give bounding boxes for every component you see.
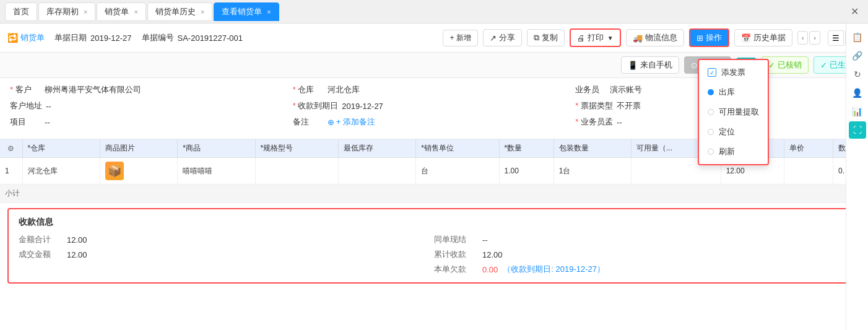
- history-button[interactable]: 📅 历史单据: [734, 29, 792, 46]
- col-price: 单价: [784, 139, 833, 158]
- warehouse-label: 仓库: [293, 84, 324, 95]
- same-order-value: --: [482, 235, 488, 245]
- refresh-item[interactable]: 刷新: [699, 142, 768, 162]
- radio-refresh-icon: [708, 149, 714, 155]
- address-label: 客户地址: [10, 100, 42, 111]
- project-field: 项目 --: [10, 116, 293, 128]
- nav-arrows: ‹ ›: [797, 31, 820, 45]
- customer-label: 客户: [10, 84, 41, 95]
- accumulated-row: 累计收款 12.00: [434, 249, 849, 260]
- same-order-label: 同单现结: [434, 234, 477, 245]
- transaction-value: 12.00: [67, 250, 87, 259]
- plus-icon: ⊕: [328, 118, 334, 127]
- cell-price: [784, 158, 833, 185]
- project-label: 项目: [10, 116, 41, 128]
- effect-check-icon: ✓: [820, 61, 827, 70]
- tab-view-sales[interactable]: 查看销货单 ×: [214, 2, 279, 21]
- radio-locate-icon: [708, 129, 714, 135]
- sidebar-refresh-icon[interactable]: ↻: [849, 66, 866, 83]
- new-button[interactable]: + 新增: [443, 30, 477, 46]
- balance-row: 本单欠款 0.00 （收款到期日: 2019-12-27）: [434, 264, 849, 275]
- doc-icon: 🔁: [7, 33, 18, 43]
- available-extract-item[interactable]: 可用量提取: [699, 102, 768, 122]
- add-invoice-item[interactable]: ✓ 添发票: [699, 63, 768, 82]
- payment-date-field: 收款到期日 2019-12-27: [293, 100, 576, 111]
- tab-sales-history[interactable]: 销货单历史 ×: [147, 2, 212, 21]
- payment-date-value: 2019-12-27: [342, 102, 383, 111]
- customer-value: 柳州粤港平安气体有限公司: [45, 84, 141, 95]
- tab-close-sales-history[interactable]: ×: [201, 8, 204, 15]
- amount-row: 金额合计 12.00: [19, 234, 434, 245]
- col-unit: *销售单位: [416, 139, 499, 158]
- product-image: 📦: [105, 162, 124, 180]
- next-button[interactable]: ›: [809, 31, 820, 45]
- copy-icon: ⧉: [534, 33, 539, 43]
- doc-meta: 单据日期 2019-12-27 单据编号 SA-20191227-001: [54, 32, 243, 43]
- print-button[interactable]: 🖨 打印 ▼: [570, 28, 621, 47]
- accumulated-label: 累计收款: [434, 249, 477, 260]
- logistics-button[interactable]: 🚚 物流信息: [626, 29, 684, 46]
- sidebar-doc-icon[interactable]: 📋: [849, 28, 866, 46]
- cell-qty: 1.00: [499, 158, 553, 185]
- tab-close-inventory[interactable]: ×: [84, 8, 87, 15]
- project-value: --: [45, 118, 50, 127]
- operate-button[interactable]: ⊞ 操作: [689, 28, 729, 47]
- check-circle-icon: ✓: [768, 61, 775, 70]
- from-mobile-button[interactable]: 📱 来自手机: [621, 56, 679, 74]
- tab-close-view-sales[interactable]: ×: [267, 8, 271, 15]
- cell-img: 📦: [100, 158, 177, 185]
- history-icon: 📅: [741, 33, 751, 43]
- staff-value: 演示账号: [610, 84, 642, 95]
- tab-sales[interactable]: 销货单 ×: [97, 2, 145, 21]
- locate-item[interactable]: 定位: [699, 122, 768, 142]
- footer-title: 收款信息: [19, 217, 849, 228]
- add-note-button[interactable]: ⊕ + 添加备注: [328, 116, 375, 128]
- list-view-button[interactable]: ☰: [828, 30, 844, 46]
- sidebar-user-icon[interactable]: 👤: [849, 84, 866, 102]
- col-product: *商品: [178, 139, 255, 158]
- mobile-icon: 📱: [628, 61, 638, 70]
- transaction-label: 成交金额: [19, 249, 62, 260]
- tab-close-sales[interactable]: ×: [134, 8, 137, 15]
- sidebar-link-icon[interactable]: 🔗: [849, 47, 866, 64]
- print-icon: 🖨: [577, 33, 585, 43]
- window-close-button[interactable]: ✕: [846, 3, 863, 20]
- doc-date-item: 单据日期 2019-12-27: [54, 32, 132, 43]
- invoice-value: 不开票: [617, 100, 641, 111]
- transaction-row: 成交金额 12.00: [19, 249, 434, 260]
- share-icon: ↗: [490, 33, 497, 43]
- sales-staff-label: 业务员孟: [575, 116, 613, 128]
- cell-warehouse: 河北仓库: [22, 158, 100, 185]
- tab-home[interactable]: 首页: [5, 2, 37, 21]
- prev-button[interactable]: ‹: [797, 31, 809, 45]
- customer-field: 客户 柳州粤港平安气体有限公司: [10, 84, 293, 95]
- col-qty: *数量: [499, 139, 553, 158]
- sidebar-expand-icon[interactable]: ⛶: [849, 121, 866, 139]
- tab-inventory[interactable]: 库存期初 ×: [38, 2, 95, 21]
- add-invoice-label: 添发票: [721, 67, 745, 78]
- cell-min-stock: [338, 158, 415, 185]
- col-warehouse: *仓库: [22, 139, 100, 158]
- accumulated-value: 12.00: [482, 250, 503, 259]
- right-sidebar: 📋 🔗 ↻ 👤 📊 ⛶: [846, 24, 868, 330]
- print-dropdown-arrow: ▼: [607, 35, 614, 41]
- balance-label: 本单欠款: [434, 264, 477, 275]
- cell-no: 1: [0, 158, 22, 185]
- cell-unit: 台: [416, 158, 499, 185]
- copy-button[interactable]: ⧉ 复制: [527, 29, 565, 46]
- logistics-icon: 🚚: [633, 33, 643, 43]
- footer-grid: 金额合计 12.00 同单现结 -- 成交金额 12.00 累计收款 12.00…: [19, 234, 849, 275]
- available-extract-label: 可用量提取: [719, 106, 759, 118]
- product-img-icon: 📦: [108, 164, 121, 178]
- table-wrapper: ⚙ *仓库 商品图片 *商品 *规格型号 最低库存 *销售单位 *数量 包装数量…: [0, 139, 868, 330]
- same-order-row: 同单现结 --: [434, 234, 849, 245]
- radio-selected-icon: [708, 89, 714, 95]
- sales-staff-value: --: [617, 118, 622, 127]
- col-min-stock: 最低库存: [338, 139, 415, 158]
- out-stock-item[interactable]: 出库: [699, 82, 768, 102]
- footer-info: 收款信息 金额合计 12.00 同单现结 -- 成交金额 12.00 累计收款 …: [7, 208, 861, 284]
- share-button[interactable]: ↗ 分享: [483, 29, 522, 46]
- sidebar-chart-icon[interactable]: 📊: [849, 103, 866, 120]
- warehouse-value: 河北仓库: [328, 84, 360, 95]
- refresh-label: 刷新: [719, 146, 735, 157]
